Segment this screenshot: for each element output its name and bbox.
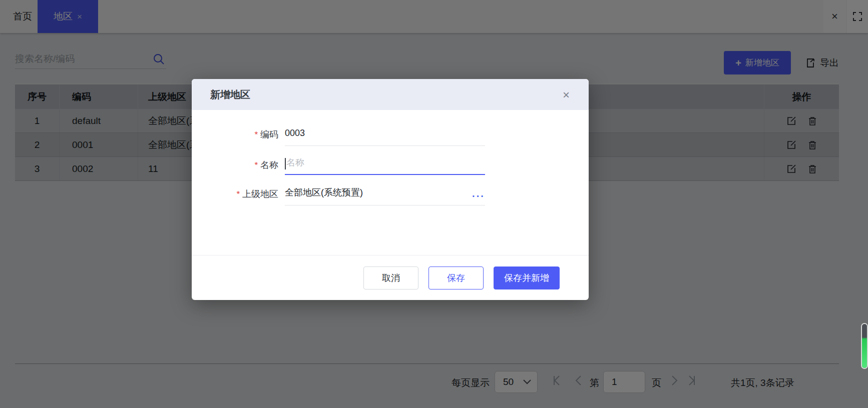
vertical-scrollbar-thumb[interactable]: [862, 324, 867, 368]
name-label: *名称: [192, 158, 285, 171]
add-region-dialog: 新增地区 × *编码 0003 *名称 *上级地区: [192, 79, 589, 300]
close-icon: ×: [563, 88, 570, 102]
parent-picker-button[interactable]: ···: [472, 191, 485, 201]
required-mark: *: [254, 160, 258, 170]
dialog-body: *编码 0003 *名称 *上级地区 全部地区(系统预置) ···: [192, 110, 589, 206]
code-field[interactable]: 0003: [285, 127, 485, 146]
name-field: [285, 158, 485, 175]
text-caret: [285, 158, 286, 170]
save-and-new-button[interactable]: 保存并新增: [494, 266, 560, 290]
dialog-close-button[interactable]: ×: [559, 88, 574, 102]
required-mark: *: [254, 130, 258, 140]
required-mark: *: [236, 190, 240, 199]
field-row-parent: *上级地区 全部地区(系统预置) ···: [192, 186, 589, 206]
save-button[interactable]: 保存: [428, 266, 484, 290]
dialog-header: 新增地区: [192, 79, 589, 110]
field-row-name: *名称: [192, 158, 589, 175]
dialog-title: 新增地区: [210, 88, 250, 102]
parent-value: 全部地区(系统预置): [285, 186, 485, 198]
name-input[interactable]: [285, 158, 485, 168]
code-label: *编码: [192, 127, 285, 140]
cancel-button[interactable]: 取消: [363, 266, 418, 290]
code-value: 0003: [285, 127, 485, 139]
dialog-footer: 取消 保存 保存并新增: [192, 255, 589, 290]
parent-label: *上级地区: [192, 186, 285, 200]
parent-field[interactable]: 全部地区(系统预置) ···: [285, 186, 485, 206]
field-row-code: *编码 0003: [192, 127, 589, 146]
